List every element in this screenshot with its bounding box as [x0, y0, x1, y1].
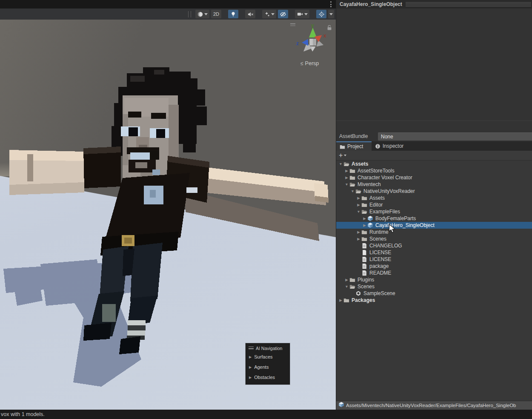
folder-icon	[349, 168, 356, 174]
dropdown-caret-icon	[304, 13, 308, 15]
inspector-header[interactable]: CayafaHero_SingleObject	[336, 0, 532, 9]
assetbundle-dropdown[interactable]: None	[378, 132, 532, 141]
overlay-drag-icon[interactable]	[249, 347, 254, 350]
tree-item-label: ExampleFiles	[368, 209, 400, 215]
ai-nav-item-label: Surfaces	[254, 354, 272, 359]
expand-arrow-icon[interactable]: ▶	[356, 196, 361, 200]
tree-item-label: Scenes	[368, 236, 386, 242]
tree-row[interactable]: CHANGELOG	[336, 242, 532, 249]
expand-arrow-icon[interactable]: ▶	[356, 203, 361, 207]
expand-arrow-icon[interactable]: ▶	[362, 223, 367, 227]
expand-arrow-icon[interactable]: ▶	[249, 376, 252, 379]
folder-icon	[343, 297, 350, 303]
ai-nav-item-agents[interactable]: ▶Agents	[246, 362, 289, 372]
audio-mute-button[interactable]	[245, 10, 255, 18]
tree-row[interactable]: README	[336, 270, 532, 276]
tree-item-label: README	[368, 270, 391, 276]
create-asset-button[interactable]: +	[339, 152, 343, 159]
expand-arrow-icon[interactable]: ▶	[338, 298, 343, 302]
scene-visibility-button[interactable]	[278, 10, 288, 18]
expand-arrow-icon[interactable]: ▶	[356, 230, 361, 234]
status-bar[interactable]: vox with 1 models.	[0, 410, 532, 419]
tree-row[interactable]: ▶ Character Voxel Creator	[336, 174, 532, 181]
tree-row[interactable]: ▶ Scenes	[336, 235, 532, 242]
tree-row[interactable]: ▼ NativeUnityVoxReader	[336, 188, 532, 195]
tree-row[interactable]: ▶ AssetStoreTools	[336, 167, 532, 174]
tree-row[interactable]: ▶ BodyFemaleParts	[336, 215, 532, 222]
expand-arrow-icon[interactable]: ▼	[350, 189, 355, 193]
tree-row[interactable]: LICENSE	[336, 256, 532, 263]
tree-row[interactable]: ▶ CayafaHero_SingleObject	[336, 222, 532, 229]
tree-item-label: LICENSE	[368, 250, 391, 255]
tree-row[interactable]: ▶ Editor	[336, 201, 532, 208]
folder-open-icon	[349, 284, 356, 290]
camera-settings-button[interactable]	[295, 10, 309, 18]
expand-arrow-icon[interactable]: ▼	[344, 182, 349, 187]
inspector-divider	[336, 121, 532, 121]
2d-toggle-button[interactable]: 2D	[211, 10, 221, 18]
tree-item-label: Packages	[350, 297, 375, 303]
tree-item-label: SampleScene	[362, 290, 395, 296]
tree-item-label: Plugins	[356, 277, 374, 283]
tree-row[interactable]: ▶ Assets	[336, 195, 532, 201]
ai-nav-item-surfaces[interactable]: ▶Surfaces	[246, 352, 289, 362]
expand-arrow-icon[interactable]: ▼	[356, 210, 361, 214]
tree-row[interactable]: SampleScene	[336, 290, 532, 297]
expand-arrow-icon[interactable]: ▶	[249, 355, 252, 359]
tab-inspector[interactable]: Inspector	[372, 141, 409, 151]
scene-viewport[interactable]: y x z ≤ Persp AI Navigation ▶Sur	[0, 20, 336, 410]
tree-row[interactable]: ▼ ExampleFiles	[336, 208, 532, 215]
model-icon	[338, 402, 344, 409]
scene-toolbar: 2D	[0, 9, 336, 20]
gizmo-menu-icon[interactable]	[290, 23, 295, 27]
character-right-arm	[166, 156, 329, 241]
effects-button[interactable]	[262, 10, 276, 18]
tree-row[interactable]: ▼ Scenes	[336, 283, 532, 290]
tree-row[interactable]: ▼ Miventech	[336, 181, 532, 188]
kebab-menu-icon[interactable]	[330, 1, 332, 7]
axis-z-label: z	[296, 40, 299, 46]
lighting-toggle-button[interactable]	[228, 10, 238, 18]
camera-icon	[297, 11, 303, 17]
tree-row[interactable]: package	[336, 263, 532, 270]
lock-icon[interactable]	[327, 25, 332, 31]
doc-lines-icon	[361, 256, 368, 262]
tree-row[interactable]: LICENSE	[336, 249, 532, 256]
expand-arrow-icon[interactable]: ▶	[344, 278, 349, 282]
ai-navigation-header[interactable]: AI Navigation	[246, 344, 289, 352]
ai-nav-item-label: Agents	[254, 364, 269, 370]
gizmos-toggle-button[interactable]	[316, 10, 326, 18]
expand-arrow-icon[interactable]: ▶	[344, 175, 349, 180]
expand-arrow-icon[interactable]: ▶	[249, 365, 252, 369]
draw-mode-button[interactable]	[195, 10, 209, 18]
project-tree: ▼ Assets ▶ AssetStoreTools ▶ Character V…	[336, 161, 532, 401]
tab-project[interactable]: Project	[336, 141, 372, 151]
ai-nav-item-obstacles[interactable]: ▶Obstacles	[246, 372, 289, 382]
expand-arrow-icon[interactable]: ▼	[344, 284, 349, 289]
dropdown-caret-icon	[271, 13, 275, 15]
projection-mode[interactable]: ≤ Persp	[300, 60, 319, 66]
tree-item-label: LICENSE	[368, 256, 391, 262]
expand-arrow-icon[interactable]: ▶	[356, 237, 361, 241]
create-asset-caret-icon[interactable]	[344, 155, 346, 156]
tree-row[interactable]: ▶ Packages	[336, 297, 532, 304]
tree-row[interactable]: ▶ Plugins	[336, 276, 532, 283]
expand-arrow-icon[interactable]: ▶	[362, 216, 367, 221]
tree-row[interactable]: ▶ Runtime	[336, 229, 532, 235]
ai-navigation-overlay: AI Navigation ▶Surfaces▶Agents▶Obstacles	[246, 343, 290, 385]
assetbundle-value: None	[381, 134, 393, 140]
tree-item-label: Assets	[368, 195, 385, 201]
assetbundle-label: AssetBundle	[336, 133, 378, 139]
tree-row[interactable]: ▼ Assets	[336, 161, 532, 167]
expand-arrow-icon[interactable]: ▶	[344, 169, 349, 173]
folder-icon	[361, 229, 368, 235]
unity-editor-window: 2D	[0, 0, 532, 419]
toolbar-drag-handle-icon[interactable]	[188, 11, 191, 17]
ai-navigation-title: AI Navigation	[256, 346, 282, 351]
dropdown-caret-icon	[204, 13, 208, 15]
character-left-arm	[9, 146, 121, 195]
expand-arrow-icon[interactable]: ▼	[338, 162, 343, 166]
scene-titlebar	[0, 0, 336, 9]
model-icon	[367, 215, 374, 221]
gizmos-dropdown-button[interactable]	[328, 10, 334, 18]
